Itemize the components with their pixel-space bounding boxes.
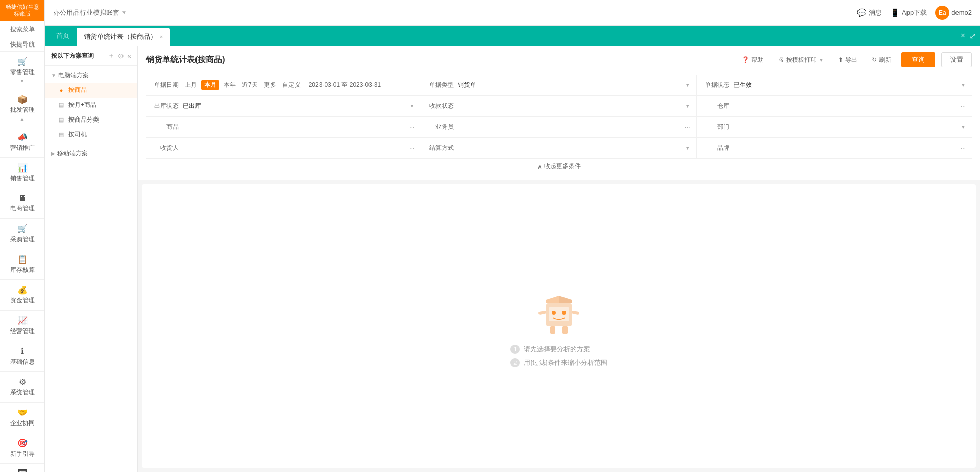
- staff-value[interactable]: ···: [458, 124, 690, 131]
- receiptstatus-value[interactable]: ▼: [458, 103, 690, 109]
- window-maximize-icon[interactable]: ⤢: [969, 31, 976, 41]
- doctype-value[interactable]: 销货单 ▼: [458, 81, 690, 89]
- appcenter-icon: 🔲: [17, 469, 28, 472]
- receiptstatus-dropdown-icon[interactable]: ▼: [685, 103, 690, 109]
- doctype-dropdown-icon[interactable]: ▼: [685, 82, 690, 88]
- message-btn[interactable]: 💬 消息: [857, 8, 882, 17]
- scheme-group-desktop-title[interactable]: ▼ 电脑端方案: [45, 68, 137, 83]
- sidebar-item-finance[interactable]: 💰 资金管理: [0, 280, 44, 311]
- quick-nav[interactable]: 快捷导航: [0, 38, 44, 52]
- filter-row-2: 出库状态 已出库 ▼ 收款状态 ▼: [146, 96, 972, 116]
- goods-value[interactable]: ···: [183, 124, 414, 131]
- scheme-group-mobile: ▶ 移动端方案: [45, 144, 137, 163]
- goods-dots-icon[interactable]: ···: [409, 124, 414, 131]
- dept-value[interactable]: ▼: [733, 124, 966, 130]
- purchase-icon: 🛒: [17, 224, 28, 233]
- header-industry: 办公用品行业模拟账套 ▼: [53, 8, 127, 17]
- warehouse-value[interactable]: ···: [733, 103, 966, 110]
- outstatus-value[interactable]: 已出库 ▼: [183, 102, 414, 110]
- search-menu[interactable]: 搜索菜单: [0, 21, 44, 38]
- settings-scheme-btn[interactable]: ⊙: [118, 52, 124, 60]
- outstatus-dropdown-icon[interactable]: ▼: [409, 103, 414, 109]
- scheme-item-by-driver[interactable]: ▤ 按司机: [45, 127, 137, 142]
- svg-marker-2: [559, 296, 572, 303]
- filter-date-cell: 单据日期 上月 本月 本年 近7天 更多 自定义 2023-03-01 至 20…: [146, 75, 421, 96]
- table3-icon: ▤: [57, 131, 65, 139]
- date-tab-lastmonth[interactable]: 上月: [183, 80, 199, 90]
- empty-illustration: [533, 286, 584, 337]
- brand-dots-icon[interactable]: ···: [961, 145, 966, 152]
- scheme-group-mobile-title[interactable]: ▶ 移动端方案: [45, 146, 137, 161]
- receiver-dots-icon[interactable]: ···: [409, 145, 414, 152]
- empty-tip-2: 2 用[过滤]条件来缩小分析范围: [510, 358, 607, 367]
- collapse-filters-btn[interactable]: ∧ 收起更多条件: [146, 158, 972, 174]
- logo-text: 畅捷信好生意 标账版: [6, 3, 39, 18]
- avatar: Ea: [935, 6, 949, 20]
- sidebar-item-operations[interactable]: 📈 经营管理: [0, 311, 44, 341]
- payment-value[interactable]: ▼: [458, 145, 690, 151]
- app-download-btn[interactable]: 📱 App下载: [890, 8, 927, 17]
- tip-num-2: 2: [510, 358, 520, 367]
- scheme-item-by-category[interactable]: ▤ 按商品分类: [45, 112, 137, 127]
- warehouse-dots-icon[interactable]: ···: [961, 103, 966, 110]
- filter-row-1: 单据日期 上月 本月 本年 近7天 更多 自定义 2023-03-01 至 20…: [146, 75, 972, 96]
- filter-docstatus-cell: 单据状态 已生效 ▼: [697, 75, 972, 96]
- scheme-item-by-goods[interactable]: ● 按商品: [45, 83, 137, 98]
- sidebar-item-retail[interactable]: 🛒 零售管理 ▼: [0, 52, 44, 89]
- date-tab-thismonth[interactable]: 本月: [201, 80, 219, 90]
- staff-dots-icon[interactable]: ···: [685, 124, 690, 131]
- collapse-scheme-btn[interactable]: «: [127, 52, 131, 60]
- sidebar-item-system[interactable]: ⚙ 系统管理: [0, 372, 44, 403]
- sidebar-item-wholesale[interactable]: 📦 批发管理 ▲: [0, 89, 44, 127]
- sidebar-item-marketing[interactable]: 📣 营销推广: [0, 127, 44, 158]
- sidebar-item-ecommerce[interactable]: 🖥 电商管理: [0, 188, 44, 219]
- sidebar-item-guide[interactable]: 🎯 新手引导: [0, 433, 44, 464]
- goods-label: 商品: [152, 123, 183, 131]
- refresh-btn[interactable]: ↻ 刷新: [868, 54, 895, 66]
- sidebar-item-purchase[interactable]: 🛒 采购管理: [0, 219, 44, 249]
- export-btn[interactable]: ⬆ 导出: [834, 54, 862, 66]
- sidebar-item-sales[interactable]: 📊 销售管理: [0, 158, 44, 188]
- help-btn[interactable]: ❓ 帮助: [738, 54, 768, 66]
- svg-marker-1: [546, 296, 559, 303]
- dept-dropdown-icon[interactable]: ▼: [961, 124, 966, 130]
- sidebar-item-collab[interactable]: 🤝 企业协同: [0, 403, 44, 433]
- right-content: 销货单统计表(按商品) ❓ 帮助 🖨 按模板打印 ▼ ⬆: [138, 46, 980, 472]
- date-tab-thisyear[interactable]: 本年: [222, 80, 238, 90]
- scheme-item-by-month-goods[interactable]: ▤ 按月+商品: [45, 98, 137, 112]
- doctype-label: 单据类型: [427, 81, 458, 89]
- date-tab-more[interactable]: 更多: [262, 80, 278, 90]
- user-menu[interactable]: Ea demo2: [935, 6, 972, 20]
- print-btn[interactable]: 🖨 按模板打印 ▼: [774, 54, 828, 66]
- tab-home[interactable]: 首页: [49, 26, 77, 46]
- tab-close-btn[interactable]: ×: [160, 34, 163, 40]
- query-btn[interactable]: 查询: [901, 52, 935, 67]
- sidebar-item-appcenter[interactable]: 🔲 应用中心: [0, 464, 44, 472]
- tab-current[interactable]: 销货单统计表（按商品） ×: [77, 28, 170, 46]
- main-area: 办公用品行业模拟账套 ▼ 💬 消息 📱 App下载 Ea demo2 首页 销货…: [45, 0, 980, 472]
- page-content: 按以下方案查询 ＋ ⊙ « ▼ 电脑端方案 ● 按商品 ▤ 按月+商品: [45, 46, 980, 472]
- scheme-panel: 按以下方案查询 ＋ ⊙ « ▼ 电脑端方案 ● 按商品 ▤ 按月+商品: [45, 46, 138, 472]
- page-title-row: 销货单统计表(按商品) ❓ 帮助 🖨 按模板打印 ▼ ⬆: [146, 52, 972, 67]
- docstatus-value[interactable]: 已生效 ▼: [733, 81, 966, 89]
- filter-staff-cell: 业务员 ···: [421, 117, 696, 137]
- receiver-value[interactable]: ···: [183, 145, 414, 152]
- chevron-down-icon[interactable]: ▼: [121, 10, 127, 15]
- brand-value[interactable]: ···: [733, 145, 966, 152]
- warehouse-label: 仓库: [703, 102, 733, 110]
- filter-row-3: 商品 ··· 业务员 ···: [146, 116, 972, 137]
- date-tab-custom[interactable]: 自定义: [280, 80, 303, 90]
- brand-label: 品牌: [703, 144, 733, 152]
- settings-btn[interactable]: 设置: [941, 52, 972, 67]
- add-scheme-btn[interactable]: ＋: [108, 51, 115, 60]
- payment-dropdown-icon[interactable]: ▼: [685, 145, 690, 151]
- sidebar-item-basics[interactable]: ℹ 基础信息: [0, 341, 44, 372]
- svg-rect-7: [572, 310, 580, 315]
- docstatus-dropdown-icon[interactable]: ▼: [961, 82, 966, 88]
- help-icon: ❓: [742, 56, 749, 63]
- filter-goods-cell: 商品 ···: [146, 117, 421, 137]
- window-close-icon[interactable]: ×: [961, 31, 965, 40]
- date-tab-7days[interactable]: 近7天: [240, 80, 260, 90]
- date-range: 2023-03-01 至 2023-03-31: [309, 81, 381, 89]
- sidebar-item-inventory[interactable]: 📋 库存核算: [0, 249, 44, 280]
